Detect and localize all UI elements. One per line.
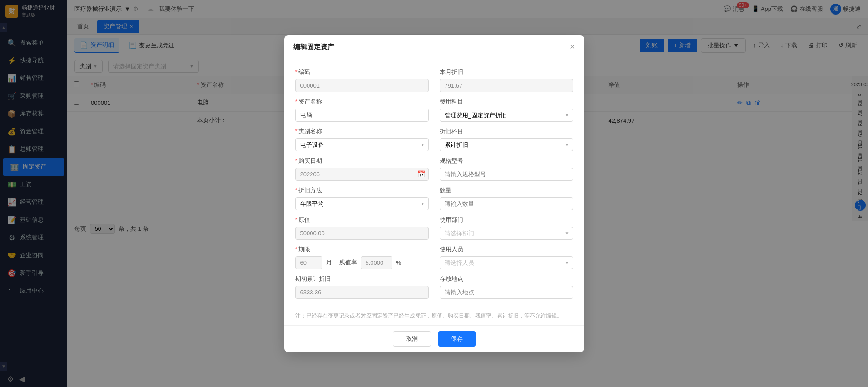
use-person-select-wrap: 请选择人员 ▼	[440, 256, 573, 269]
purchase-date-wrap: 📅	[295, 168, 429, 181]
dialog-note: 注：已经存在变更记录或者对应固定资产已经生成凭证，原值、购买日期、残值率、累计折…	[284, 308, 584, 325]
purchase-date-input[interactable]	[295, 168, 429, 181]
form-group-depreciation-subject: 折旧科目 累计折旧 ▼	[440, 127, 573, 151]
dialog-left-col: * 编码 * 资产名称 * 类别名称	[295, 68, 429, 299]
storage-input[interactable]	[440, 286, 573, 299]
dialog-title: 编辑固定资产	[293, 43, 334, 51]
cancel-button[interactable]: 取消	[393, 331, 431, 347]
depreciation-subject-label: 折旧科目	[440, 127, 573, 135]
use-dept-select-wrap: 请选择部门 ▼	[440, 227, 573, 240]
monthly-depreciation-label: 本月折旧	[440, 68, 573, 76]
quantity-input[interactable]	[440, 197, 573, 210]
note-text: 注：已经存在变更记录或者对应固定资产已经生成凭证，原值、购买日期、残值率、累计折…	[295, 313, 562, 319]
save-button[interactable]: 保存	[438, 331, 476, 347]
category-label: * 类别名称	[295, 127, 429, 135]
period-label: * 期限	[295, 245, 429, 253]
purchase-date-label: * 购买日期	[295, 157, 429, 165]
original-value-label: * 原值	[295, 216, 429, 224]
use-dept-label: 使用部门	[440, 216, 573, 224]
depreciation-method-select-wrap: 年限平均 ▼	[295, 197, 429, 210]
form-group-storage: 存放地点	[440, 275, 573, 299]
name-label: * 资产名称	[295, 98, 429, 106]
dialog-header: 编辑固定资产 ×	[284, 35, 584, 59]
use-person-select[interactable]: 请选择人员	[440, 256, 573, 269]
form-group-original-value: * 原值	[295, 216, 429, 240]
expense-subject-label: 费用科目	[440, 98, 573, 106]
depreciation-method-select[interactable]: 年限平均	[295, 197, 429, 210]
form-group-name: * 资产名称	[295, 98, 429, 122]
form-group-expense-subject: 费用科目 管理费用_固定资产折旧 ▼	[440, 98, 573, 122]
period-input[interactable]	[295, 256, 322, 269]
monthly-depreciation-input[interactable]	[440, 79, 573, 92]
quantity-label: 数量	[440, 186, 573, 194]
dialog-footer: 取消 保存	[284, 325, 584, 352]
code-input[interactable]	[295, 79, 429, 92]
form-group-code: * 编码	[295, 68, 429, 92]
depreciation-subject-select[interactable]: 累计折旧	[440, 138, 573, 151]
dialog-close-button[interactable]: ×	[570, 43, 575, 51]
form-group-quantity: 数量	[440, 186, 573, 210]
category-select-wrap: 电子设备 ▼	[295, 138, 429, 151]
form-group-use-person: 使用人员 请选择人员 ▼	[440, 245, 573, 269]
initial-depreciation-input[interactable]	[295, 286, 429, 299]
period-unit: 月	[326, 258, 332, 267]
use-person-label: 使用人员	[440, 245, 573, 253]
expense-subject-select[interactable]: 管理费用_固定资产折旧	[440, 109, 573, 122]
depreciation-subject-select-wrap: 累计折旧 ▼	[440, 138, 573, 151]
name-input[interactable]	[295, 109, 429, 122]
dialog-body: * 编码 * 资产名称 * 类别名称	[284, 59, 584, 308]
form-group-purchase-date: * 购买日期 📅	[295, 157, 429, 181]
depreciation-method-label: * 折旧方法	[295, 186, 429, 194]
period-row: 月 残值率 %	[295, 256, 429, 269]
category-select[interactable]: 电子设备	[295, 138, 429, 151]
expense-subject-select-wrap: 管理费用_固定资产折旧 ▼	[440, 109, 573, 122]
form-group-depreciation-method: * 折旧方法 年限平均 ▼	[295, 186, 429, 210]
form-group-use-dept: 使用部门 请选择部门 ▼	[440, 216, 573, 240]
use-dept-select[interactable]: 请选择部门	[440, 227, 573, 240]
spec-input[interactable]	[440, 168, 573, 181]
original-value-input[interactable]	[295, 227, 429, 240]
form-group-period: * 期限 月 残值率 %	[295, 245, 429, 269]
dialog-overlay: 编辑固定资产 × * 编码 * 资产名称	[0, 0, 868, 387]
residual-rate-unit: %	[396, 259, 402, 266]
storage-label: 存放地点	[440, 275, 573, 283]
code-label: * 编码	[295, 68, 429, 76]
form-group-initial-depreciation: 期初累计折旧	[295, 275, 429, 299]
edit-dialog: 编辑固定资产 × * 编码 * 资产名称	[284, 35, 584, 352]
residual-rate-input[interactable]	[361, 256, 392, 269]
form-group-monthly-depreciation: 本月折旧	[440, 68, 573, 92]
form-group-category: * 类别名称 电子设备 ▼	[295, 127, 429, 151]
initial-depreciation-label: 期初累计折旧	[295, 275, 429, 283]
dialog-right-col: 本月折旧 费用科目 管理费用_固定资产折旧 ▼ 折旧科目	[440, 68, 573, 299]
form-group-spec: 规格型号	[440, 157, 573, 181]
spec-label: 规格型号	[440, 157, 573, 165]
residual-rate-label: 残值率	[339, 258, 357, 267]
